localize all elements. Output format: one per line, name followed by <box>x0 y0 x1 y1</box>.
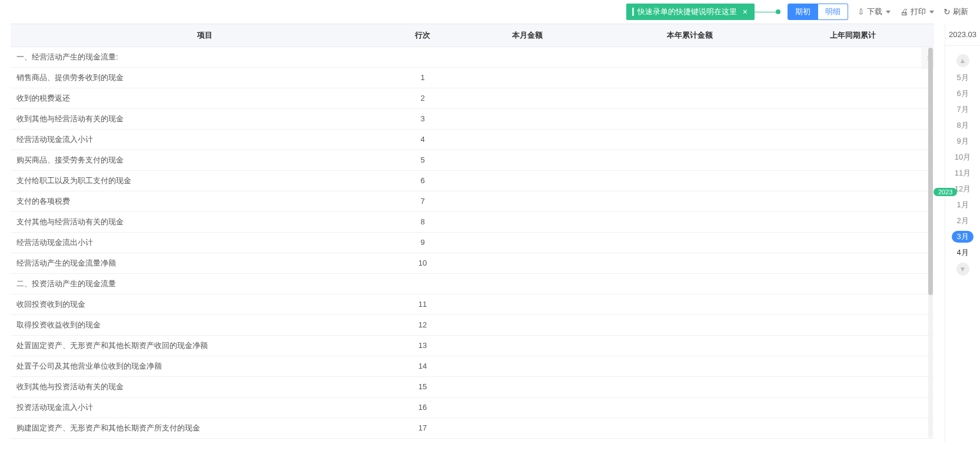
cell-month-amount[interactable] <box>446 294 609 314</box>
cell-year-amount[interactable] <box>609 211 771 232</box>
scrollbar-track[interactable] <box>928 48 933 438</box>
cell-row-num: 2 <box>399 88 446 108</box>
cell-item: 收到其他与经营活动有关的现金 <box>11 108 399 129</box>
cell-year-amount[interactable] <box>609 397 771 418</box>
month-item[interactable]: 11月 <box>945 165 980 181</box>
cell-year-amount[interactable] <box>609 47 771 67</box>
scrollbar-thumb[interactable] <box>928 48 933 295</box>
cell-row-num: 17 <box>399 418 446 438</box>
cell-year-amount[interactable] <box>609 418 771 438</box>
chevron-down-icon <box>929 11 934 14</box>
cell-month-amount[interactable] <box>446 232 609 253</box>
months-up-icon[interactable]: ▲ <box>956 54 969 67</box>
detail-button[interactable]: 明细 <box>818 4 848 20</box>
month-item[interactable]: 3月 <box>945 228 980 244</box>
cell-month-amount[interactable] <box>446 273 609 294</box>
cell-year-amount[interactable] <box>609 314 771 335</box>
cell-year-amount[interactable] <box>609 273 771 294</box>
cell-month-amount[interactable] <box>446 253 609 273</box>
cell-month-amount[interactable] <box>446 335 609 356</box>
month-item[interactable]: 5月 <box>945 69 980 85</box>
cell-year-amount[interactable] <box>609 170 771 191</box>
table-row: 收到的税费返还2 <box>11 88 934 108</box>
table-row: 收回投资收到的现金11 <box>11 294 934 314</box>
month-item[interactable]: 7月 <box>945 101 980 117</box>
print-button[interactable]: 🖨 打印 <box>900 6 934 17</box>
cell-prev-year-amount[interactable] <box>772 418 934 438</box>
cell-prev-year-amount[interactable] <box>772 397 934 418</box>
cell-month-amount[interactable] <box>446 108 609 129</box>
cell-year-amount[interactable] <box>609 150 771 170</box>
cell-item: 购买商品、接受劳务支付的现金 <box>11 150 399 170</box>
cell-row-num: 4 <box>399 129 446 150</box>
table-row: 收到其他与经营活动有关的现金3 <box>11 108 934 129</box>
cell-month-amount[interactable] <box>446 314 609 335</box>
cell-prev-year-amount[interactable] <box>772 232 934 253</box>
table-row: 处置固定资产、无形资产和其他长期资产收回的现金净额13 <box>11 335 934 356</box>
cell-prev-year-amount[interactable] <box>772 253 934 273</box>
cell-row-num: 1 <box>399 67 446 88</box>
refresh-button[interactable]: ↻ 刷新 <box>944 6 968 17</box>
cell-month-amount[interactable] <box>446 356 609 376</box>
cell-prev-year-amount[interactable] <box>772 191 934 211</box>
cell-prev-year-amount[interactable] <box>772 314 934 335</box>
cell-year-amount[interactable] <box>609 108 771 129</box>
cell-year-amount[interactable] <box>609 232 771 253</box>
period-panel: 2023.03 ▲ 5月6月7月8月9月10月11月12月1月2月3月4月▼ 2… <box>945 24 980 442</box>
cell-month-amount[interactable] <box>446 397 609 418</box>
cell-item: 处置固定资产、无形资产和其他长期资产收回的现金净额 <box>11 335 399 356</box>
month-item[interactable]: 9月 <box>945 133 980 149</box>
cell-prev-year-amount[interactable] <box>772 129 934 150</box>
cell-prev-year-amount[interactable] <box>772 211 934 232</box>
cell-prev-year-amount[interactable] <box>772 294 934 314</box>
cell-row-num: 16 <box>399 397 446 418</box>
cell-prev-year-amount[interactable] <box>772 170 934 191</box>
months-down-icon[interactable]: ▼ <box>956 263 969 276</box>
cell-prev-year-amount[interactable] <box>772 150 934 170</box>
month-item[interactable]: 1月 <box>945 197 980 213</box>
cell-year-amount[interactable] <box>609 356 771 376</box>
cell-month-amount[interactable] <box>446 150 609 170</box>
cell-year-amount[interactable] <box>609 376 771 397</box>
cell-prev-year-amount[interactable] <box>772 47 934 67</box>
cell-month-amount[interactable] <box>446 170 609 191</box>
period-begin-button[interactable]: 期初 <box>788 4 818 20</box>
month-item[interactable]: 6月 <box>945 85 980 101</box>
cell-month-amount[interactable] <box>446 418 609 438</box>
cell-prev-year-amount[interactable] <box>772 356 934 376</box>
cell-year-amount[interactable] <box>609 253 771 273</box>
cell-year-amount[interactable] <box>609 191 771 211</box>
month-item[interactable]: 10月 <box>945 149 980 165</box>
cell-prev-year-amount[interactable] <box>772 273 934 294</box>
download-icon: ⇩ <box>858 7 865 16</box>
cell-month-amount[interactable] <box>446 47 609 67</box>
cell-month-amount[interactable] <box>446 129 609 150</box>
cell-prev-year-amount[interactable] <box>772 88 934 108</box>
cell-prev-year-amount[interactable] <box>772 376 934 397</box>
cell-year-amount[interactable] <box>609 88 771 108</box>
cell-month-amount[interactable] <box>446 67 609 88</box>
cell-month-amount[interactable] <box>446 376 609 397</box>
cell-item: 收到其他与投资活动有关的现金 <box>11 376 399 397</box>
cell-month-amount[interactable] <box>446 211 609 232</box>
cell-row-num: 8 <box>399 211 446 232</box>
cell-year-amount[interactable] <box>609 335 771 356</box>
cell-prev-year-amount[interactable] <box>772 335 934 356</box>
cell-month-amount[interactable] <box>446 191 609 211</box>
cell-year-amount[interactable] <box>609 294 771 314</box>
download-button[interactable]: ⇩ 下载 <box>858 6 891 17</box>
print-icon: 🖨 <box>900 7 908 16</box>
print-label: 打印 <box>911 6 926 17</box>
refresh-icon: ↻ <box>944 7 951 16</box>
cell-prev-year-amount[interactable] <box>772 67 934 88</box>
month-item[interactable]: 2月 <box>945 213 980 228</box>
month-item[interactable]: 4月 <box>945 244 980 260</box>
cell-year-amount[interactable] <box>609 67 771 88</box>
cell-prev-year-amount[interactable] <box>772 108 934 129</box>
close-icon[interactable]: × <box>743 7 748 16</box>
month-item[interactable]: 8月 <box>945 117 980 133</box>
cell-item: 经营活动产生的现金流量净额 <box>11 253 399 273</box>
header-item: 项目 <box>11 24 399 47</box>
cell-month-amount[interactable] <box>446 88 609 108</box>
cell-year-amount[interactable] <box>609 129 771 150</box>
